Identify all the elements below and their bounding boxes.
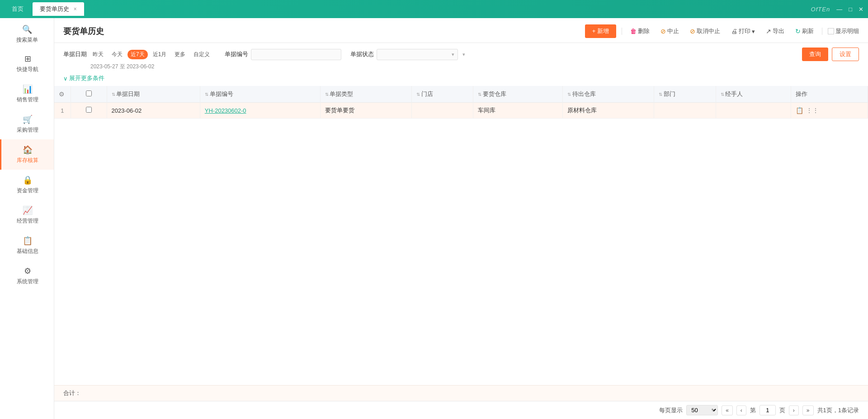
last-page-button[interactable]: »: [802, 405, 814, 415]
row-date: 2023-06-02: [107, 103, 200, 119]
prev-page-button[interactable]: ‹: [736, 405, 746, 415]
row-more-icon[interactable]: ⋮⋮: [806, 107, 819, 114]
new-button[interactable]: + 新增: [585, 24, 616, 38]
next-page-button[interactable]: ›: [789, 405, 799, 415]
top-bar-tabs: 首页 要货单历史 ×: [5, 2, 811, 16]
col-checkbox: [71, 86, 107, 103]
page-size-select[interactable]: 50 100 200: [686, 405, 718, 415]
sidebar-item-basic-info[interactable]: 📋 基础信息: [0, 230, 54, 261]
divider-2: [822, 28, 822, 35]
col-dept[interactable]: 部门: [654, 86, 716, 103]
window-maximize-button[interactable]: □: [849, 6, 852, 13]
col-handler[interactable]: 经手人: [716, 86, 791, 103]
tab-requisition-history[interactable]: 要货单历史 ×: [33, 2, 84, 16]
page-go-label: 第: [750, 406, 756, 414]
date-opt-custom[interactable]: 自定义: [190, 50, 213, 59]
row-edit-icon[interactable]: 📋: [796, 107, 803, 114]
date-filter-group: 单据日期 昨天 今天 近7天 近1月 更多 自定义: [63, 50, 216, 59]
content-area: 要货单历史 + 新增 🗑 删除 ⊘ 中止 ⊘ 取消中止: [54, 18, 868, 419]
row-checkbox-cell: [71, 103, 107, 119]
page-number-input[interactable]: [760, 405, 776, 415]
sidebar-item-label: 经营管理: [17, 217, 38, 225]
col-dest-warehouse[interactable]: 待出仓库: [562, 86, 654, 103]
sidebar-item-operation-mgmt[interactable]: 📈 经营管理: [0, 200, 54, 230]
cancel-stop-icon: ⊘: [690, 28, 695, 35]
col-req-warehouse[interactable]: 要货仓库: [473, 86, 562, 103]
sidebar-item-system-mgmt[interactable]: ⚙ 系统管理: [0, 261, 54, 291]
search-icon: 🔍: [22, 24, 32, 34]
tab-requisition-history-label: 要货单历史: [40, 5, 69, 12]
expand-label: 展开更多条件: [69, 74, 104, 82]
doc-number-input[interactable]: [251, 49, 341, 60]
sidebar-item-purchase-mgmt[interactable]: 🛒 采购管理: [0, 109, 54, 139]
basic-info-icon: 📋: [23, 236, 33, 246]
date-opt-7days[interactable]: 近7天: [127, 50, 148, 59]
sidebar-item-label: 系统管理: [17, 278, 38, 286]
page-size-label: 每页显示: [659, 406, 683, 414]
row-action: 📋 ⋮⋮: [791, 103, 868, 119]
sidebar-item-label: 库存核算: [17, 157, 38, 164]
col-settings[interactable]: ⚙: [54, 86, 71, 103]
row-checkbox[interactable]: [86, 107, 92, 113]
stop-button[interactable]: ⊘ 中止: [658, 25, 682, 37]
first-page-button[interactable]: «: [722, 405, 733, 415]
inventory-icon: 🏠: [23, 145, 33, 155]
sales-icon: 📊: [23, 84, 33, 94]
filter-area: 单据日期 昨天 今天 近7天 近1月 更多 自定义 单据编号: [54, 43, 868, 86]
expand-filter-button[interactable]: ∨ 展开更多条件: [63, 74, 859, 85]
sidebar-item-label: 快捷导航: [17, 66, 38, 73]
date-range-text: 2023-05-27 至 2023-06-02: [90, 63, 154, 70]
finance-icon: 🔒: [23, 175, 33, 185]
toolbar: + 新增 🗑 删除 ⊘ 中止 ⊘ 取消中止 🖨: [585, 24, 859, 38]
date-opt-1month[interactable]: 近1月: [150, 50, 170, 59]
col-docno[interactable]: 单据编号: [200, 86, 320, 103]
col-date[interactable]: 单据日期: [107, 86, 200, 103]
date-filter-options: 昨天 今天 近7天 近1月 更多 自定义: [90, 50, 213, 59]
show-detail-toggle[interactable]: 显示明细: [828, 27, 859, 35]
delete-button[interactable]: 🗑 删除: [627, 25, 652, 37]
export-button[interactable]: ↗ 导出: [763, 25, 787, 37]
settings-button[interactable]: 设置: [832, 48, 859, 61]
window-close-button[interactable]: ✕: [859, 6, 863, 13]
tab-close-icon[interactable]: ×: [74, 6, 77, 12]
action-icons: 📋 ⋮⋮: [796, 107, 863, 114]
print-icon: 🖨: [731, 28, 737, 35]
filter-buttons: 查询 设置: [802, 48, 859, 61]
doc-status-select[interactable]: 草稿 已审核 已中止: [377, 49, 458, 60]
cancel-stop-label: 取消中止: [697, 27, 720, 35]
operation-icon: 📈: [23, 205, 33, 215]
row-store: [412, 103, 473, 119]
delete-icon: 🗑: [630, 28, 637, 35]
sidebar-item-sales-mgmt[interactable]: 📊 销售管理: [0, 79, 54, 109]
doc-link[interactable]: YH-20230602-0: [205, 107, 246, 114]
print-button[interactable]: 🖨 打印 ▾: [728, 25, 758, 37]
sidebar-item-label: 基础信息: [17, 248, 38, 255]
show-detail-checkbox[interactable]: [828, 28, 834, 34]
doc-status-label: 单据状态: [350, 50, 374, 58]
col-settings-icon[interactable]: ⚙: [59, 90, 65, 98]
refresh-button[interactable]: ↻ 刷新: [793, 25, 816, 37]
sidebar-search[interactable]: 🔍 搜索菜单: [0, 20, 54, 48]
sidebar-item-inventory-mgmt[interactable]: 🏠 库存核算: [0, 139, 54, 170]
window-minimize-button[interactable]: —: [836, 6, 842, 13]
date-opt-yesterday[interactable]: 昨天: [90, 50, 107, 59]
cancel-stop-button[interactable]: ⊘ 取消中止: [687, 25, 723, 37]
sidebar-item-label: 采购管理: [17, 126, 38, 134]
date-opt-today[interactable]: 今天: [108, 50, 126, 59]
table-footer: 合计：: [54, 385, 868, 401]
query-button[interactable]: 查询: [802, 48, 828, 61]
sidebar-item-quick-nav[interactable]: ⊞ 快捷导航: [0, 48, 54, 79]
table-header-row: ⚙ 单据日期 单据编号 单据类型 门店 要货仓库 待出仓库 部门 经手人 操: [54, 86, 868, 103]
table-row: 1 2023-06-02 YH-20230602-0 要货单要货 车间库 原材料…: [54, 103, 868, 119]
tab-home[interactable]: 首页: [5, 2, 31, 16]
sidebar-item-label: 资金管理: [17, 187, 38, 195]
col-type[interactable]: 单据类型: [320, 86, 412, 103]
col-store[interactable]: 门店: [412, 86, 473, 103]
date-opt-more[interactable]: 更多: [171, 50, 189, 59]
select-all-checkbox[interactable]: [86, 90, 92, 96]
table-header: ⚙ 单据日期 单据编号 单据类型 门店 要货仓库 待出仓库 部门 经手人 操: [54, 86, 868, 103]
pagination-bar: 每页显示 50 100 200 « ‹ 第 页 › » 共1页，1条记录: [54, 401, 868, 419]
row-dept: [654, 103, 716, 119]
col-action: 操作: [791, 86, 868, 103]
sidebar-item-finance-mgmt[interactable]: 🔒 资金管理: [0, 170, 54, 200]
